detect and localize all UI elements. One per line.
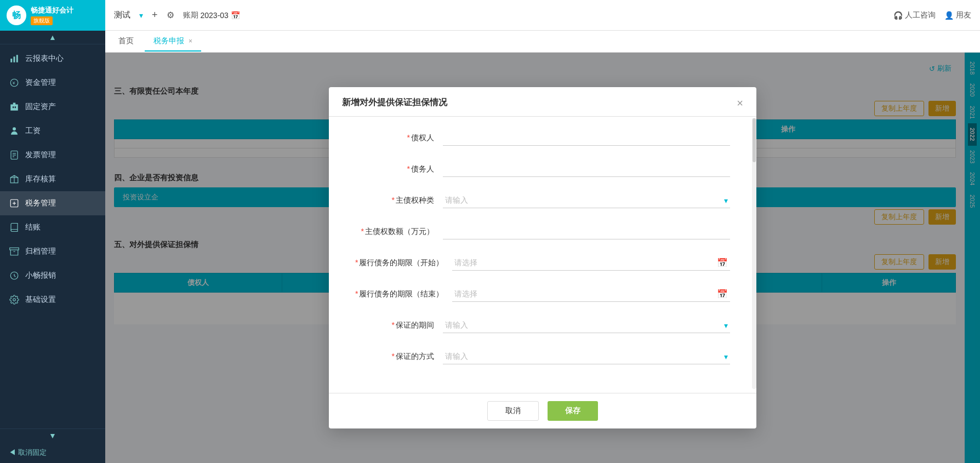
form-group-debtor: *债务人: [355, 161, 730, 177]
period-value: 2023-03: [201, 11, 229, 20]
sidebar-item-jiezhang[interactable]: 结账: [0, 215, 105, 239]
form-group-period-end: *履行债务的期限（结束） 📅: [355, 286, 730, 302]
cancel-button[interactable]: 取消: [487, 401, 539, 421]
modal-body: *债权人 *债务人: [329, 117, 756, 393]
sidebar-item-label: 固定资产: [25, 102, 56, 112]
form-label-debtor: *债务人: [355, 164, 443, 174]
svg-rect-1: [14, 56, 15, 62]
svg-point-9: [13, 127, 16, 130]
svg-point-22: [13, 299, 16, 301]
tab-home-label: 首页: [118, 36, 134, 45]
person-icon: [9, 125, 20, 136]
form-label-period-end: *履行债务的期限（结束）: [355, 289, 452, 299]
form-group-claim-type: *主债权种类 ▾: [355, 192, 730, 208]
guarantee-method-select-wrap: ▾: [443, 348, 730, 364]
claim-type-chevron-icon[interactable]: ▾: [724, 196, 728, 205]
cancel-fixed-label: ◀ 取消固定: [9, 448, 47, 458]
svg-rect-2: [16, 55, 18, 62]
sidebar-item-label: 资金管理: [25, 78, 56, 88]
svg-rect-0: [10, 59, 12, 62]
topbar: 测试 ▾ + ⚙ 账期 2023-03 📅 🎧 人工咨询 👤 用友: [105, 0, 980, 31]
sidebar-item-zijin[interactable]: ¥ 资金管理: [0, 71, 105, 95]
form-label-guarantee-period: *保证的期间: [355, 321, 443, 330]
modal-scrollbar[interactable]: [752, 118, 756, 389]
user-button[interactable]: 👤 用友: [944, 10, 971, 20]
claim-type-select-wrap: ▾: [443, 192, 730, 208]
sidebar-item-guidang[interactable]: 归档管理: [0, 239, 105, 264]
claim-amount-input[interactable]: [443, 224, 730, 239]
service-button[interactable]: 🎧 人工咨询: [893, 10, 936, 20]
tax-icon: [9, 198, 20, 209]
user-icon: 👤: [944, 11, 954, 20]
svg-rect-5: [10, 105, 18, 111]
sidebar-item-jichushezhi[interactable]: 基础设置: [0, 288, 105, 312]
form-group-guarantee-method: *保证的方式 ▾: [355, 348, 730, 364]
tab-shuiwu[interactable]: 税务申报 ×: [145, 32, 201, 52]
service-label: 人工咨询: [905, 10, 936, 20]
period-start-input[interactable]: [452, 255, 730, 271]
svg-rect-7: [15, 106, 16, 108]
sidebar-item-gudingzichan[interactable]: 固定资产: [0, 95, 105, 119]
modal-scrollbar-thumb: [753, 118, 756, 162]
guarantee-period-input[interactable]: [443, 317, 730, 333]
guarantee-method-chevron-icon[interactable]: ▾: [724, 352, 728, 361]
logo-icon: 畅: [7, 5, 26, 25]
period-end-calendar-icon[interactable]: 📅: [717, 289, 728, 299]
company-chevron-icon[interactable]: ▾: [139, 11, 143, 20]
guarantee-method-input[interactable]: [443, 348, 730, 364]
svg-text:¥: ¥: [13, 81, 15, 85]
save-button[interactable]: 保存: [548, 401, 598, 421]
user-label: 用友: [956, 10, 971, 20]
guarantee-period-chevron-icon[interactable]: ▾: [724, 321, 728, 330]
period-label: 账期: [183, 10, 198, 20]
tab-shuiwu-label: 税务申报: [153, 36, 184, 45]
period-end-input[interactable]: [452, 286, 730, 302]
headset-icon: 🎧: [893, 11, 903, 20]
period-display: 账期 2023-03 📅: [183, 10, 240, 20]
modal-header: 新增对外提供保证担保情况 ×: [329, 87, 756, 117]
sidebar-scroll-down[interactable]: ▼: [0, 428, 105, 442]
guarantee-period-select-wrap: ▾: [443, 317, 730, 333]
modal-overlay: 新增对外提供保证担保情况 × *债权人: [105, 53, 980, 463]
tab-home[interactable]: 首页: [110, 32, 143, 52]
company-name: 测试: [114, 10, 130, 20]
form-label-period-start: *履行债务的期限（开始）: [355, 258, 452, 268]
debtor-input[interactable]: [443, 161, 730, 177]
modal-close-button[interactable]: ×: [737, 98, 743, 108]
tab-close-icon[interactable]: ×: [189, 37, 192, 45]
period-start-calendar-icon[interactable]: 📅: [717, 258, 728, 268]
gear-icon[interactable]: ⚙: [167, 10, 174, 20]
sidebar-item-label: 结账: [25, 222, 41, 232]
modal: 新增对外提供保证担保情况 × *债权人: [329, 87, 756, 428]
sidebar-scroll-up[interactable]: ▲: [0, 31, 105, 44]
money-icon: ¥: [9, 77, 20, 88]
modal-footer: 取消 保存: [329, 393, 756, 428]
sidebar: 畅 畅捷通好会计 旗舰版 ▲ 云报表中心 ¥ 资金管理: [0, 0, 105, 463]
creditor-input[interactable]: [443, 130, 730, 146]
main-content: 测试 ▾ + ⚙ 账期 2023-03 📅 🎧 人工咨询 👤 用友: [105, 0, 980, 463]
sidebar-cancel-fixed[interactable]: ◀ 取消固定: [0, 442, 105, 463]
form-group-claim-amount: *主债权数额（万元）: [355, 224, 730, 239]
sidebar-item-gongzi[interactable]: 工资: [0, 119, 105, 143]
svg-rect-6: [13, 106, 14, 108]
calendar-icon[interactable]: 📅: [231, 11, 240, 20]
building-icon: [9, 101, 20, 112]
add-icon[interactable]: +: [152, 9, 158, 21]
topbar-right: 🎧 人工咨询 👤 用友: [893, 10, 971, 20]
sidebar-item-yunbaobiao[interactable]: 云报表中心: [0, 47, 105, 71]
form-group-guarantee-period: *保证的期间 ▾: [355, 317, 730, 333]
claim-type-input[interactable]: [443, 192, 730, 208]
form-label-claim-type: *主债权种类: [355, 196, 443, 205]
sidebar-item-fapiao[interactable]: 发票管理: [0, 143, 105, 167]
tabbar: 首页 税务申报 ×: [105, 31, 980, 53]
form-label-creditor: *债权人: [355, 133, 443, 143]
sidebar-item-label: 归档管理: [25, 247, 56, 256]
settings-icon: [9, 294, 20, 305]
sidebar-item-xiaochang[interactable]: 小畅报销: [0, 264, 105, 288]
sidebar-item-kucun[interactable]: 库存核算: [0, 167, 105, 191]
sidebar-item-label: 发票管理: [25, 150, 56, 160]
modal-title: 新增对外提供保证担保情况: [342, 97, 447, 108]
chart-icon: [9, 53, 20, 64]
invoice-icon: [9, 150, 20, 161]
sidebar-item-shuiwu[interactable]: 税务管理: [0, 191, 105, 215]
